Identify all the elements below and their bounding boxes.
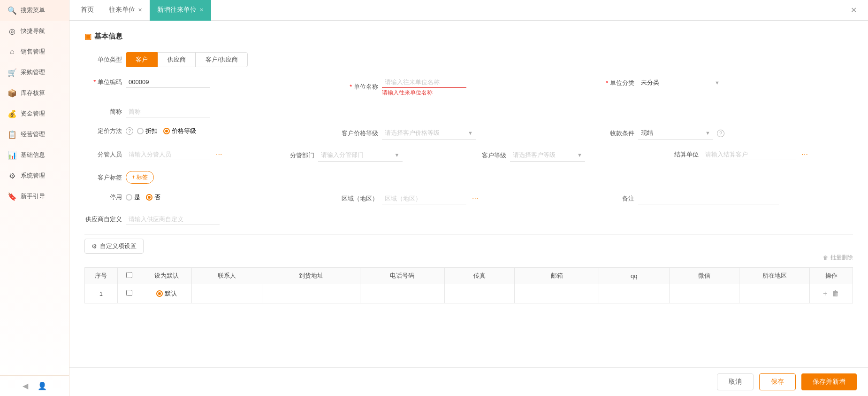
settlement-input[interactable]	[702, 149, 796, 160]
customer-price-chevron: ▼	[468, 130, 473, 136]
payment-terms-value: 现结	[641, 129, 653, 137]
cancel-button[interactable]: 取消	[717, 373, 754, 390]
sidebar-item-label: 快捷导航	[21, 27, 45, 35]
customer-price-select[interactable]: 请选择客户价格等级 ▼	[382, 127, 476, 140]
qq-input[interactable]	[615, 288, 653, 299]
type-btn-supplier[interactable]: 供应商	[158, 52, 196, 67]
sidebar-item-finance[interactable]: 💰 资金管理	[0, 103, 69, 124]
fax-input[interactable]	[461, 288, 498, 299]
unit-code-label: 单位编码	[84, 78, 122, 86]
sidebar-expand-btn[interactable]: ◀	[19, 380, 32, 392]
cell-checkbox	[117, 284, 141, 303]
settlement-field: 结算单位 ···	[661, 149, 853, 160]
disabled-yes[interactable]: 是	[126, 193, 140, 202]
tab-bar: 首页 往来单位 ✕ 新增往来单位 ✕ ✕	[69, 0, 868, 21]
sidebar-item-basic-info[interactable]: 📊 基础信息	[0, 145, 69, 165]
custom-settings-btn[interactable]: ⚙ 自定义项设置	[84, 239, 144, 254]
save-button[interactable]: 保存	[759, 373, 796, 390]
customer-level-placeholder: 请选择客户等级	[513, 151, 556, 159]
settlement-more-btn[interactable]: ···	[800, 150, 810, 159]
divider	[84, 234, 853, 235]
table-row: 1 默认	[85, 284, 853, 303]
cell-address	[262, 284, 360, 303]
contact-table: 序号 设为默认 联系人 到货地址 电话号码 传真 邮箱 qq 微信 所在地区 操…	[84, 267, 853, 303]
abbr-input[interactable]	[126, 106, 210, 117]
supplier-custom-input[interactable]	[126, 214, 220, 225]
row-checkbox[interactable]	[126, 290, 132, 296]
unit-code-input[interactable]	[126, 77, 210, 88]
add-tag-btn[interactable]: + 标签	[126, 171, 154, 184]
notes-input[interactable]	[638, 193, 779, 204]
row-delete-btn[interactable]: 🗑	[830, 289, 841, 298]
department-label: 分管部门	[277, 151, 314, 160]
disabled-region-row: 停用 是 否 区域（地区） ··· 备注	[84, 193, 853, 204]
manager-input[interactable]	[126, 149, 210, 160]
pricing-radio-price-level[interactable]: 价格等级	[163, 127, 196, 135]
manager-more-btn[interactable]: ···	[214, 150, 224, 159]
tab-bar-close-btn[interactable]: ✕	[843, 6, 864, 15]
save-new-button[interactable]: 保存并新增	[801, 373, 857, 390]
row-add-btn[interactable]: +	[822, 289, 829, 298]
sidebar-item-operations[interactable]: 📋 经营管理	[0, 124, 69, 145]
table-select-all[interactable]	[126, 272, 132, 278]
customer-price-placeholder: 请选择客户价格等级	[385, 129, 440, 137]
sidebar-item-label: 搜索菜单	[21, 6, 45, 15]
unit-category-select[interactable]: 未分类 ▼	[638, 77, 723, 89]
sidebar-item-guide[interactable]: 🔖 新手引导	[0, 186, 69, 207]
sidebar-item-search[interactable]: 🔍 搜索菜单	[0, 0, 69, 21]
type-btn-both[interactable]: 客户/供应商	[196, 52, 248, 67]
abbr-label: 简称	[84, 108, 122, 116]
row-default-radio[interactable]: 默认	[146, 289, 187, 298]
tab-home[interactable]: 首页	[73, 0, 101, 21]
section-title-icon: ▣	[84, 32, 91, 41]
department-select[interactable]: 请输入分管部门 ▼	[318, 149, 403, 162]
tab-partners[interactable]: 往来单位 ✕	[101, 0, 150, 21]
payment-help-icon[interactable]: ?	[717, 130, 724, 137]
region-more-btn[interactable]: ···	[470, 194, 480, 203]
tab-partners-close[interactable]: ✕	[138, 7, 142, 13]
sidebar-item-purchase[interactable]: 🛒 采购管理	[0, 62, 69, 83]
search-icon: 🔍	[8, 6, 17, 15]
cell-wechat	[669, 284, 739, 303]
supplier-custom-label: 供应商自定义	[84, 215, 122, 224]
form-content: ▣ 基本信息 单位类型 客户 供应商 客户/供应商 单位编码 单位名称	[69, 21, 868, 367]
unit-name-input[interactable]	[382, 77, 466, 88]
sidebar-item-quick-nav[interactable]: ◎ 快捷导航	[0, 21, 69, 41]
disabled-no[interactable]: 否	[146, 193, 160, 202]
col-seq: 序号	[85, 268, 118, 284]
region-table-input[interactable]	[756, 288, 793, 299]
payment-terms-select[interactable]: 现结 ▼	[638, 127, 713, 140]
sidebar-bottom: ◀ 👤	[0, 375, 69, 396]
type-btn-customer[interactable]: 客户	[126, 52, 158, 67]
customer-level-select[interactable]: 请选择客户等级 ▼	[510, 149, 585, 162]
pricing-radio-price-level-circle	[163, 128, 170, 134]
tab-new-partner-close[interactable]: ✕	[199, 7, 204, 13]
customer-tag-field: 客户标签 + 标签	[84, 171, 853, 184]
supplier-custom-field: 供应商自定义	[84, 214, 853, 225]
sidebar-item-system[interactable]: ⚙ 系统管理	[0, 165, 69, 186]
unit-type-field: 单位类型 客户 供应商 客户/供应商	[84, 52, 248, 67]
phone-input[interactable]	[379, 288, 426, 299]
address-input[interactable]	[283, 288, 339, 299]
batch-delete-area[interactable]: 🗑 批量删除	[84, 254, 853, 262]
unit-category-value: 未分类	[641, 78, 659, 87]
pricing-radio-price-level-label: 价格等级	[172, 127, 196, 135]
pricing-help-icon[interactable]: ?	[126, 127, 133, 135]
purchase-icon: 🛒	[8, 68, 17, 77]
customer-tag-row: 客户标签 + 标签	[84, 171, 853, 184]
sidebar-item-sales[interactable]: ⌂ 销售管理	[0, 41, 69, 62]
sidebar-item-inventory[interactable]: 📦 库存核算	[0, 83, 69, 103]
cell-region	[739, 284, 810, 303]
pricing-radio-discount[interactable]: 折扣	[137, 127, 158, 135]
email-input[interactable]	[533, 288, 580, 299]
sidebar-user-btn[interactable]: 👤	[34, 380, 51, 392]
col-qq: qq	[599, 268, 669, 284]
pricing-radio-group: 折扣 价格等级	[137, 127, 196, 135]
sidebar: 🔍 搜索菜单 ◎ 快捷导航 ⌂ 销售管理 🛒 采购管理 📦 库存核算 💰 资金管…	[0, 0, 69, 396]
region-input[interactable]	[382, 193, 466, 204]
wechat-input[interactable]	[685, 288, 723, 299]
cell-qq	[599, 284, 669, 303]
tab-new-partner[interactable]: 新增往来单位 ✕	[150, 0, 211, 21]
contact-input[interactable]	[208, 288, 246, 299]
col-address: 到货地址	[262, 268, 360, 284]
